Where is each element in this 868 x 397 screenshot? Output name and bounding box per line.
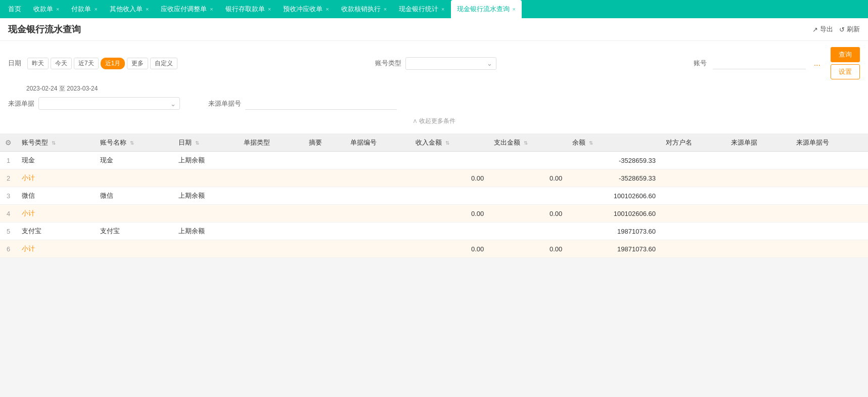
income-cell: 0.00 (410, 169, 489, 187)
col-source-doc[interactable]: 来源单据 (726, 134, 791, 152)
nav-cash-bank-flow-close[interactable]: × (513, 6, 516, 12)
col-doc-no[interactable]: 单据编号 (345, 134, 410, 152)
col-date-label: 日期 (178, 139, 192, 146)
nav-cash-bank-stats-close[interactable]: × (441, 6, 444, 12)
source-doc-cell (726, 205, 791, 223)
table-row[interactable]: 3微信微信上期余额100102606.60 (0, 187, 868, 205)
col-expense[interactable]: 支出金额 ⇅ (489, 134, 567, 152)
export-button[interactable]: ↗ 导出 (812, 25, 833, 34)
source-doc-no-cell (791, 152, 868, 169)
table-row[interactable]: 1现金现金上期余额-3528659.33 (0, 152, 868, 169)
summary-cell (304, 169, 345, 187)
date-more[interactable]: 更多 (127, 58, 148, 69)
summary-cell (304, 152, 345, 169)
summary-cell (304, 240, 345, 258)
col-source-doc-label: 来源单据 (731, 139, 757, 146)
nav-other-income-close[interactable]: × (146, 6, 149, 12)
date-yesterday[interactable]: 昨天 (27, 58, 49, 69)
nav-collect-exec[interactable]: 收款核销执行 × (335, 0, 393, 18)
source-doc-select[interactable] (38, 97, 180, 110)
table-row[interactable]: 4小计0.000.00100102606.60 (0, 205, 868, 223)
col-doc-type[interactable]: 单据类型 (239, 134, 304, 152)
page-header: 现金银行流水查询 ↗ 导出 ↺ 刷新 (0, 18, 868, 41)
balance-cell: 100102606.60 (567, 205, 661, 223)
col-source-doc-no[interactable]: 来源单据号 (791, 134, 868, 152)
counterpart-cell (661, 187, 726, 205)
nav-receipts[interactable]: 收款单 × (27, 0, 65, 18)
source-doc-cell (726, 187, 791, 205)
account-input[interactable] (713, 57, 806, 69)
sort-account-type-icon: ⇅ (52, 140, 56, 146)
doc-no-cell (345, 223, 410, 240)
counterpart-cell (661, 223, 726, 240)
filter-row-date: 日期 昨天 今天 近7天 近1月 更多 自定义 账号类型 账号 ... 查询 设… (8, 47, 860, 79)
nav-cash-bank-stats[interactable]: 现金银行统计 × (393, 0, 450, 18)
row-number: 5 (0, 223, 17, 240)
sort-date-icon: ⇅ (195, 140, 199, 146)
account-type-select[interactable] (405, 57, 496, 70)
refresh-icon: ↺ (839, 26, 845, 33)
date-cell (173, 205, 239, 223)
nav-bank-deposit-close[interactable]: × (268, 6, 271, 12)
nav-bank-deposit[interactable]: 银行存取款单 × (219, 0, 277, 18)
summary-cell (304, 187, 345, 205)
nav-collect-exec-close[interactable]: × (384, 6, 387, 12)
date-custom[interactable]: 自定义 (150, 58, 177, 69)
date-1month[interactable]: 近1月 (101, 58, 125, 69)
source-doc-num-label: 来源单据号 (208, 99, 241, 108)
nav-payments-close[interactable]: × (94, 6, 97, 12)
col-balance[interactable]: 余额 ⇅ (567, 134, 661, 152)
source-doc-cell (726, 223, 791, 240)
row-number: 1 (0, 152, 17, 169)
col-account-type[interactable]: 账号类型 ⇅ (17, 134, 95, 152)
nav-prepay-offset[interactable]: 预收冲应收单 × (277, 0, 335, 18)
source-doc-cell (726, 152, 791, 169)
nav-ar-ap-adjust-close[interactable]: × (210, 6, 213, 12)
expense-cell (489, 187, 567, 205)
col-income[interactable]: 收入金额 ⇅ (410, 134, 489, 152)
refresh-button[interactable]: ↺ 刷新 (839, 25, 860, 34)
summary-cell (304, 223, 345, 240)
nav-receipts-close[interactable]: × (56, 6, 59, 12)
table-row[interactable]: 6小计0.000.0019871073.60 (0, 240, 868, 258)
nav-ar-ap-adjust-label: 应收应付调整单 (161, 5, 207, 14)
nav-home[interactable]: 首页 (2, 0, 27, 18)
doc-type-cell (239, 240, 304, 258)
nav-other-income[interactable]: 其他收入单 × (104, 0, 155, 18)
settings-gear-icon[interactable]: ⚙ (5, 139, 12, 147)
col-settings[interactable]: ⚙ (0, 134, 17, 152)
income-cell (410, 152, 489, 169)
nav-cash-bank-flow[interactable]: 现金银行流水查询 × (451, 0, 522, 18)
top-navigation: 首页 收款单 × 付款单 × 其他收入单 × 应收应付调整单 × 银行存取款单 … (0, 0, 868, 18)
date-cell: 上期余额 (173, 223, 239, 240)
col-account-name[interactable]: 账号名称 ⇅ (95, 134, 173, 152)
col-summary[interactable]: 摘要 (304, 134, 345, 152)
col-date[interactable]: 日期 ⇅ (173, 134, 239, 152)
table-row[interactable]: 2小计0.000.00-3528659.33 (0, 169, 868, 187)
col-source-doc-no-label: 来源单据号 (796, 139, 829, 146)
col-counterpart[interactable]: 对方户名 (661, 134, 726, 152)
col-expense-label: 支出金额 (494, 139, 520, 146)
account-dots-button[interactable]: ... (810, 57, 825, 70)
source-doc-select-wrapper (38, 97, 180, 110)
balance-cell: -3528659.33 (567, 152, 661, 169)
nav-ar-ap-adjust[interactable]: 应收应付调整单 × (155, 0, 219, 18)
col-doc-type-label: 单据类型 (244, 139, 270, 146)
source-doc-num-input[interactable] (245, 98, 397, 110)
nav-collect-exec-label: 收款核销执行 (341, 5, 381, 14)
collapse-bar[interactable]: ∧ 收起更多条件 (8, 115, 860, 127)
query-button[interactable]: 查询 (831, 47, 860, 62)
account-name-cell: 现金 (95, 152, 173, 169)
date-7days[interactable]: 近7天 (74, 58, 99, 69)
balance-cell: 19871073.60 (567, 240, 661, 258)
nav-payments[interactable]: 付款单 × (65, 0, 103, 18)
source-doc-no-cell (791, 240, 868, 258)
account-label: 账号 (694, 59, 709, 68)
account-type-cell: 支付宝 (17, 223, 95, 240)
nav-prepay-offset-close[interactable]: × (326, 6, 329, 12)
table-row[interactable]: 5支付宝支付宝上期余额19871073.60 (0, 223, 868, 240)
date-today[interactable]: 今天 (51, 58, 72, 69)
setting-button[interactable]: 设置 (831, 64, 860, 79)
doc-type-cell (239, 152, 304, 169)
account-name-cell: 微信 (95, 187, 173, 205)
